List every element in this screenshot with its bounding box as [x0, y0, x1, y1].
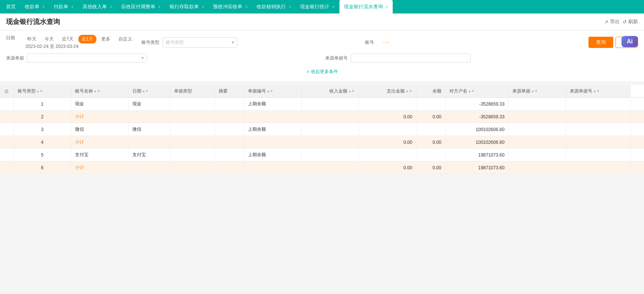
nav-cash-stats-close[interactable]: ×: [332, 4, 335, 9]
nav-other-income[interactable]: 其他收入单 ×: [78, 0, 117, 13]
td-counterpart: [509, 123, 566, 136]
th-counterpart[interactable]: 对方户名 ▲▼: [445, 85, 508, 98]
th-income[interactable]: 收入金额 ▲▼: [301, 85, 359, 98]
th-summary: 摘要: [215, 85, 244, 98]
date-btn-yesterday[interactable]: 昨天: [24, 35, 40, 43]
td-summary: 上期余额: [244, 98, 301, 110]
th-doc-no[interactable]: 单据编号 ▲▼: [244, 85, 301, 98]
td-account-type: 现金: [71, 98, 128, 110]
nav-receipt-close[interactable]: ×: [42, 4, 45, 9]
td-account-type: 小计: [71, 136, 128, 149]
td-balance: -3528659.33: [445, 98, 508, 110]
nav-receipt[interactable]: 收款单 ×: [20, 0, 49, 13]
table-body: 1现金现金上期余额-3528659.332小计0.000.00-3528659.…: [0, 98, 644, 174]
source-doc-select[interactable]: ▾: [27, 54, 147, 63]
td-source-doc: [566, 98, 631, 110]
td-account-name: [128, 110, 170, 123]
account-label: 账号: [365, 39, 380, 46]
nav-ar-ap-adjust[interactable]: 应收应付调整单 ×: [117, 0, 165, 13]
td-income: [359, 98, 416, 110]
td-account-type: 小计: [71, 110, 128, 123]
td-source-doc-no: [631, 110, 644, 123]
th-date[interactable]: 日期 ▲▼: [128, 85, 170, 98]
query-button[interactable]: 查询: [588, 37, 613, 48]
nav-prepay-offset-close[interactable]: ×: [245, 4, 248, 9]
date-filter-group: 日期 昨天 今天 近7天 近1月 更多 自定义 2023-02-24 至 202…: [6, 35, 135, 50]
account-more-icon[interactable]: ···: [383, 39, 390, 46]
export-button[interactable]: ↗ 导出: [604, 18, 620, 25]
td-summary: 上期余额: [244, 149, 301, 161]
nav-cash-flow[interactable]: 现金银行流水查询 ×: [339, 0, 393, 13]
td-expenditure: [416, 98, 446, 110]
sort-icon-source-doc: ▲▼: [531, 90, 538, 93]
export-icon: ↗: [604, 19, 608, 25]
collapse-icon: ∧: [306, 69, 310, 74]
date-btn-today[interactable]: 今天: [41, 35, 57, 43]
ai-badge[interactable]: Ai: [621, 36, 638, 47]
table-row: 6小计0.000.0019871073.60: [0, 161, 644, 174]
account-type-select[interactable]: 账号类型 ▾: [162, 37, 237, 48]
td-date: [170, 149, 215, 161]
nav-other-income-close[interactable]: ×: [110, 4, 112, 9]
source-doc-no-label: 来源单据号: [325, 55, 348, 61]
nav-receipt-exec-close[interactable]: ×: [289, 4, 291, 9]
table-wrapper: ⚙ 账号类型 ▲▼ 账号名称 ▲▼ 日期: [0, 85, 644, 174]
td-source-doc-no: [631, 161, 644, 174]
nav-bank-deposit[interactable]: 银行存取款单 ×: [165, 0, 209, 13]
td-source-doc-no: [631, 123, 644, 136]
th-expenditure[interactable]: 支出金额 ▲▼: [359, 85, 416, 98]
td-balance: -3528659.33: [445, 110, 508, 123]
td-date: [170, 123, 215, 136]
gear-icon[interactable]: ⚙: [4, 88, 9, 94]
table-row: 4小计0.000.00100102606.60: [0, 136, 644, 149]
td-income: 0.00: [359, 136, 416, 149]
td-seq: 4: [14, 136, 71, 149]
nav-receipt-exec[interactable]: 收款核销执行 ×: [252, 0, 296, 13]
td-account-name: [128, 161, 170, 174]
td-account-name: [128, 136, 170, 149]
td-income: 0.00: [359, 161, 416, 174]
td-summary: [244, 136, 301, 149]
collapse-bar[interactable]: ∧ 收起更多条件: [6, 66, 638, 77]
nav-prepay-offset[interactable]: 预收冲应收单 ×: [209, 0, 252, 13]
td-seq: 6: [14, 161, 71, 174]
td-doc-type: [215, 123, 244, 136]
page-title: 现金银行流水查询: [6, 17, 60, 26]
nav-cash-flow-close[interactable]: ×: [386, 4, 388, 9]
date-btn-7days[interactable]: 近7天: [59, 35, 77, 43]
nav-home[interactable]: 首页: [2, 0, 20, 13]
header-actions: ↗ 导出 ↺ 刷新: [604, 18, 638, 25]
nav-cash-stats[interactable]: 现金银行统计 ×: [296, 0, 339, 13]
td-account-name: 现金: [128, 98, 170, 110]
th-balance: 余额: [416, 85, 446, 98]
td-gear: [0, 123, 14, 136]
th-source-doc-no[interactable]: 来源单据号 ▲▼: [566, 85, 631, 98]
td-gear: [0, 136, 14, 149]
source-doc-no-input[interactable]: [351, 54, 471, 63]
td-counterpart: [509, 110, 566, 123]
nav-ar-ap-adjust-close[interactable]: ×: [158, 4, 161, 9]
td-gear: [0, 110, 14, 123]
source-doc-no-filter-group: 来源单据号: [325, 54, 638, 63]
td-source-doc-no: [631, 98, 644, 110]
th-account-type[interactable]: 账号类型 ▲▼: [14, 85, 71, 98]
td-gear: [0, 149, 14, 161]
source-doc-label: 来源单据: [6, 55, 24, 61]
nav-payment[interactable]: 付款单 ×: [49, 0, 78, 13]
date-btn-1month[interactable]: 近1月: [78, 35, 97, 43]
date-btn-custom[interactable]: 自定义: [115, 35, 135, 43]
filter-area: 日期 昨天 今天 近7天 近1月 更多 自定义 2023-02-24 至 202…: [0, 30, 644, 82]
date-btn-more[interactable]: 更多: [98, 35, 114, 43]
source-doc-chevron-icon: ▾: [141, 55, 144, 61]
th-account-name[interactable]: 账号名称 ▲▼: [71, 85, 128, 98]
td-doc-no: [301, 136, 359, 149]
nav-payment-close[interactable]: ×: [71, 4, 74, 9]
table-row: 1现金现金上期余额-3528659.33: [0, 98, 644, 110]
nav-bank-deposit-close[interactable]: ×: [202, 4, 204, 9]
sort-icon-source-doc-no: ▲▼: [593, 90, 600, 93]
th-source-doc[interactable]: 来源单据 ▲▼: [509, 85, 566, 98]
td-summary: [244, 161, 301, 174]
refresh-button[interactable]: ↺ 刷新: [623, 18, 638, 25]
td-source-doc: [566, 161, 631, 174]
td-seq: 2: [14, 110, 71, 123]
